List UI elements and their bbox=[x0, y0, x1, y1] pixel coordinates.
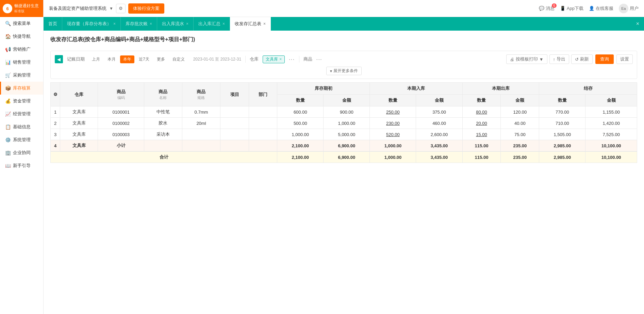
warehouse-label: 仓库 bbox=[250, 56, 259, 62]
print-btn[interactable]: 🖨 按模板打印 ▼ bbox=[506, 54, 547, 64]
tab-close-batch[interactable]: × bbox=[150, 21, 152, 26]
cell-out-qty[interactable]: 20.00 bbox=[462, 118, 501, 129]
refresh-btn[interactable]: ↺ 刷新 bbox=[571, 54, 593, 64]
tab-close-receive-summary[interactable]: × bbox=[263, 21, 266, 26]
user-label: 用户 bbox=[630, 5, 639, 12]
sidebar-item-inventory[interactable]: 📦库存核算 bbox=[0, 82, 43, 95]
cell-spec bbox=[182, 129, 220, 140]
sidebar-item-basic[interactable]: 📋基础信息 bbox=[0, 120, 43, 133]
date-btn-本年[interactable]: 本年 bbox=[120, 55, 134, 63]
cell-out-amt: 40.00 bbox=[501, 118, 539, 129]
th-in-qty: 数量 bbox=[370, 95, 416, 106]
cell-open-qty: 600.00 bbox=[277, 106, 324, 118]
filter-collapse-btn[interactable]: ◀ bbox=[55, 55, 63, 63]
filter-bar: ◀ 记账日期 上月本月本年近7天更多自定义 2023-01-01 至 2023-… bbox=[50, 51, 637, 79]
user-action[interactable]: Ea 用户 bbox=[619, 4, 639, 13]
date-btn-上月[interactable]: 上月 bbox=[89, 55, 103, 63]
cell-in-qty[interactable]: 250.00 bbox=[370, 106, 416, 118]
date-btn-自定义[interactable]: 自定义 bbox=[169, 55, 188, 63]
sidebar-item-purchase[interactable]: 🛒采购管理 bbox=[0, 69, 43, 82]
app-download-action[interactable]: 📱 App下载 bbox=[560, 5, 583, 12]
tab-close-inout-flow[interactable]: × bbox=[186, 21, 188, 26]
sidebar-item-label: 企业协同 bbox=[13, 150, 31, 156]
tab-stock-dist[interactable]: 现存量（库存分布表）× bbox=[62, 17, 121, 31]
date-btn-本月[interactable]: 本月 bbox=[104, 55, 119, 63]
logo-sub: 标准版 bbox=[14, 9, 39, 14]
basic-icon: 📋 bbox=[5, 124, 11, 130]
tab-close-stock-dist[interactable]: × bbox=[113, 21, 116, 26]
sidebar-item-guide[interactable]: 📖新手引导 bbox=[0, 159, 43, 172]
expand-more-btn[interactable]: ▾ 展开更多条件 bbox=[326, 67, 362, 75]
warehouse-more[interactable]: ··· bbox=[289, 56, 295, 62]
footer-in-qty: 1,000.00 bbox=[370, 151, 416, 163]
date-btn-近7天[interactable]: 近7天 bbox=[136, 55, 152, 63]
setting-btn[interactable]: 设置 bbox=[616, 54, 633, 64]
tab-inout-summary[interactable]: 出入库汇总× bbox=[194, 17, 230, 31]
tab-batch[interactable]: 库存批次账× bbox=[121, 17, 157, 31]
cell-no: 2 bbox=[51, 118, 60, 129]
tab-close-inout-summary[interactable]: × bbox=[222, 21, 225, 26]
marketing-icon: 📢 bbox=[5, 47, 11, 52]
sidebar-item-system[interactable]: ⚙️系统管理 bbox=[0, 133, 43, 146]
cell-no: 1 bbox=[51, 106, 60, 118]
th-opening: 库存期初 bbox=[277, 83, 370, 95]
cell-close-qty: 1,505.00 bbox=[539, 129, 585, 140]
cell-out-qty[interactable]: 15.00 bbox=[462, 129, 501, 140]
online-service-action[interactable]: 👤 在线客服 bbox=[589, 5, 613, 12]
sidebar-item-label: 库存核算 bbox=[13, 85, 31, 91]
sidebar-nav: 🔍搜索菜单🏠快捷导航📢营销推广📊销售管理🛒采购管理📦库存核算💰资金管理📈经营管理… bbox=[0, 17, 43, 314]
footer-open-amt: 6,900.00 bbox=[324, 151, 370, 163]
tab-bar: 首页现存量（库存分布表）×库存批次账×出入库流水×出入库汇总×收发存汇总表×× bbox=[44, 17, 644, 31]
cell-close-amt: 10,100.00 bbox=[585, 140, 637, 152]
th-name: 商品名称 bbox=[144, 83, 182, 106]
sidebar: 6 畅捷通好生意 标准版 🔍搜索菜单🏠快捷导航📢营销推广📊销售管理🛒采购管理📦库… bbox=[0, 0, 44, 314]
cell-in-qty[interactable]: 230.00 bbox=[370, 118, 416, 129]
try-button[interactable]: 体验行业方案 bbox=[128, 3, 164, 14]
export-btn[interactable]: ↑ 导出 bbox=[549, 54, 569, 64]
cell-name: 中性笔 bbox=[144, 106, 182, 118]
cell-open-amt: 1,000.00 bbox=[324, 118, 370, 129]
th-out-amt: 金额 bbox=[501, 95, 539, 106]
sidebar-item-sales[interactable]: 📊销售管理 bbox=[0, 56, 43, 69]
th-close-amt: 金额 bbox=[585, 95, 637, 106]
th-settings[interactable]: ⚙ bbox=[51, 83, 60, 106]
cell-project bbox=[220, 106, 249, 118]
print-icon: 🖨 bbox=[510, 57, 514, 62]
tab-receive-summary[interactable]: 收发存汇总表× bbox=[230, 17, 271, 31]
message-action[interactable]: 💬 消息 6 bbox=[539, 5, 555, 12]
tab-home[interactable]: 首页 bbox=[44, 17, 62, 31]
app-download-label: App下载 bbox=[567, 5, 583, 12]
goods-more[interactable]: ··· bbox=[316, 56, 323, 62]
system-dropdown[interactable]: ▼ bbox=[109, 6, 113, 11]
gear-button[interactable]: ⚙ bbox=[116, 4, 126, 13]
footer-open-qty: 2,100.00 bbox=[277, 151, 324, 163]
cell-name: 胶水 bbox=[144, 118, 182, 129]
tab-bar-close-btn[interactable]: × bbox=[631, 21, 644, 27]
sidebar-item-search[interactable]: 🔍搜索菜单 bbox=[0, 17, 43, 30]
cell-code: 0100001 bbox=[98, 106, 144, 118]
top-header: 装备及固定资产辅助管理系统 ▼ ⚙ 体验行业方案 💬 消息 6 📱 App下载 … bbox=[44, 0, 644, 17]
quick-icon: 🏠 bbox=[5, 34, 11, 39]
date-btn-更多[interactable]: 更多 bbox=[154, 55, 168, 63]
warehouse-tag[interactable]: 文具库 × bbox=[263, 55, 285, 63]
sidebar-item-operation[interactable]: 📈经营管理 bbox=[0, 108, 43, 120]
sidebar-item-enterprise[interactable]: 🏢企业协同 bbox=[0, 146, 43, 159]
user-avatar: Ea bbox=[619, 4, 628, 13]
th-warehouse: 仓库 bbox=[60, 83, 98, 106]
cell-in-qty[interactable]: 520.00 bbox=[370, 129, 416, 140]
th-spec: 商品规格 bbox=[182, 83, 220, 106]
cell-warehouse: 文具库 bbox=[60, 106, 98, 118]
th-code: 商品编码 bbox=[98, 83, 144, 106]
th-closing: 结存 bbox=[539, 83, 637, 95]
sidebar-item-quick[interactable]: 🏠快捷导航 bbox=[0, 30, 43, 43]
sidebar-item-marketing[interactable]: 📢营销推广 bbox=[0, 43, 43, 56]
cell-dept bbox=[249, 106, 277, 118]
sidebar-item-finance[interactable]: 💰资金管理 bbox=[0, 95, 43, 108]
enterprise-icon: 🏢 bbox=[5, 150, 11, 155]
sidebar-item-label: 快捷导航 bbox=[13, 33, 31, 39]
cell-out-qty[interactable]: 80.00 bbox=[462, 106, 501, 118]
warehouse-tag-close[interactable]: × bbox=[279, 57, 282, 62]
date-options: 上月本月本年近7天更多自定义 bbox=[89, 55, 188, 63]
tab-inout-flow[interactable]: 出入库流水× bbox=[157, 17, 194, 31]
query-button[interactable]: 查询 bbox=[595, 54, 614, 64]
